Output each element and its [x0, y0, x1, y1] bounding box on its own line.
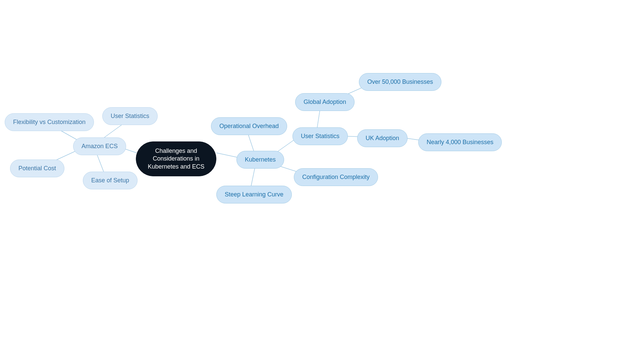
node-operational-overhead[interactable]: Operational Overhead [211, 117, 287, 135]
node-flexibility-customization[interactable]: Flexibility vs Customization [5, 113, 94, 131]
node-configuration-complexity[interactable]: Configuration Complexity [294, 168, 378, 186]
node-k8s-user-statistics[interactable]: User Statistics [292, 127, 348, 145]
node-amazon-ecs[interactable]: Amazon ECS [73, 137, 126, 155]
mindmap-canvas: Challenges and Considerations in Kuberne… [0, 0, 644, 363]
node-ecs-user-statistics[interactable]: User Statistics [102, 107, 158, 125]
node-uk-adoption[interactable]: UK Adoption [357, 129, 408, 147]
node-ease-of-setup[interactable]: Ease of Setup [83, 172, 138, 189]
node-global-value[interactable]: Over 50,000 Businesses [359, 73, 441, 91]
svg-line-6 [248, 132, 254, 153]
node-kubernetes[interactable]: Kubernetes [236, 151, 284, 169]
node-global-adoption[interactable]: Global Adoption [295, 93, 355, 111]
root-node[interactable]: Challenges and Considerations in Kuberne… [136, 141, 216, 176]
node-uk-value[interactable]: Nearly 4,000 Businesses [418, 133, 502, 151]
node-steep-learning-curve[interactable]: Steep Learning Curve [216, 186, 292, 203]
node-potential-cost[interactable]: Potential Cost [10, 160, 64, 177]
